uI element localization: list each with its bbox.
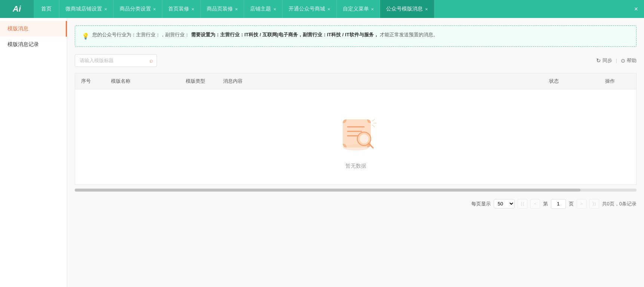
main-layout: 模版消息模版消息记录 💡 您的公众号行业为：主营行业：，副营行业： 需要设置为：… (0, 18, 644, 287)
horizontal-scrollbar[interactable] (75, 189, 637, 192)
nav-tab-tab-gzhs[interactable]: 开通公众号商城× (283, 0, 337, 18)
svg-line-9 (372, 125, 375, 127)
search-actions: ↻ 同步 | ⊙ 帮助 (596, 57, 637, 64)
help-button[interactable]: ⊙ 帮助 (621, 57, 637, 64)
nav-tab-tab-wcs[interactable]: 微商城店铺设置× (59, 0, 114, 18)
close-tab-tab-pfl[interactable]: × (153, 7, 156, 12)
global-close-button[interactable]: × (634, 5, 638, 13)
empty-text: 暂无数据 (345, 163, 366, 170)
page-size-select[interactable]: 50 20 100 (494, 199, 515, 208)
col-header-no: 序号 (75, 73, 105, 89)
page-prefix-label: 第 (543, 201, 548, 207)
nav-tab-tab-gzhmbxx[interactable]: 公众号模版消息× (380, 0, 434, 18)
nav-tabs-container: 微商城店铺设置×商品分类设置×首页装修×商品页装修×店铺主题×开通公众号商城×自… (59, 0, 434, 18)
close-tab-tab-zdycd[interactable]: × (371, 7, 374, 12)
scrollbar-thumb[interactable] (75, 189, 580, 192)
nav-tab-tab-dpt[interactable]: 店铺主题× (244, 0, 283, 18)
pagination: 每页显示 50 20 100 ⟨⟨ ＜ 第 页 ＞ ⟩⟩ 共0页，0条记录 (75, 195, 637, 213)
close-tab-tab-gzhs[interactable]: × (327, 7, 330, 12)
close-tab-tab-dpt[interactable]: × (273, 7, 276, 12)
sidebar: 模版消息模版消息记录 (0, 18, 67, 287)
page-next-button[interactable]: ＞ (577, 199, 586, 209)
notice-box: 💡 您的公众号行业为：主营行业：，副营行业： 需要设置为：主营行业：IT科技 /… (75, 25, 637, 47)
notice-text: 您的公众号行业为：主营行业：，副营行业： 需要设置为：主营行业：IT科技 / 互… (92, 31, 438, 39)
page-size-label: 每页显示 (471, 201, 491, 207)
nav-tab-tab-szx[interactable]: 首页装修× (162, 0, 201, 18)
col-header-content: 消息内容 (217, 73, 543, 89)
sidebar-items: 模版消息模版消息记录 (0, 21, 67, 52)
page-suffix-label: 页 (569, 201, 574, 207)
search-input-wrap: ⌕ (75, 54, 157, 67)
home-tab[interactable]: 首页 (34, 0, 59, 18)
col-header-type: 模版类型 (180, 73, 217, 89)
empty-illustration (333, 112, 378, 157)
col-header-action: 操作 (599, 73, 637, 89)
search-icon[interactable]: ⌕ (150, 57, 153, 64)
empty-state: 暂无数据 (75, 89, 636, 184)
svg-line-7 (372, 119, 375, 121)
sidebar-item-mbxxjl[interactable]: 模版消息记录 (0, 37, 67, 52)
sync-button[interactable]: ↻ 同步 (596, 57, 612, 64)
nav-tabs: 首页 微商城店铺设置×商品分类设置×首页装修×商品页装修×店铺主题×开通公众号商… (34, 0, 634, 18)
content-area: 💡 您的公众号行业为：主营行业：，副营行业： 需要设置为：主营行业：IT科技 /… (67, 18, 644, 287)
notice-icon: 💡 (82, 31, 89, 41)
divider: | (616, 58, 617, 63)
table-header: 序号 模版名称 模版类型 消息内容 状态 操作 (75, 73, 637, 89)
sync-icon: ↻ (596, 57, 601, 64)
col-header-status: 状态 (543, 73, 599, 89)
close-tab-tab-szx[interactable]: × (191, 7, 194, 12)
nav-tab-tab-spzx[interactable]: 商品页装修× (201, 0, 244, 18)
close-tab-tab-wcs[interactable]: × (104, 7, 107, 12)
table-scroll-container: 序号 模版名称 模版类型 消息内容 状态 操作 (75, 73, 637, 185)
nav-tab-tab-zdycd[interactable]: 自定义菜单× (337, 0, 380, 18)
search-bar: ⌕ ↻ 同步 | ⊙ 帮助 (75, 54, 637, 67)
close-tab-tab-spzx[interactable]: × (235, 7, 238, 12)
sidebar-item-mbxx[interactable]: 模版消息 (0, 21, 67, 37)
svg-point-5 (360, 134, 369, 143)
total-label: 共0页，0条记录 (602, 201, 637, 207)
page-prev-button[interactable]: ＜ (530, 199, 540, 209)
data-table: 序号 模版名称 模版类型 消息内容 状态 操作 (75, 73, 637, 185)
page-first-button[interactable]: ⟨⟨ (518, 199, 527, 209)
close-tab-tab-gzhmbxx[interactable]: × (425, 7, 428, 12)
nav-tab-tab-pfl[interactable]: 商品分类设置× (114, 0, 163, 18)
page-last-button[interactable]: ⟩⟩ (589, 199, 599, 209)
help-icon: ⊙ (621, 58, 625, 64)
logo: Ai (0, 0, 34, 18)
col-header-name: 模版名称 (105, 73, 180, 89)
top-nav-bar: Ai 首页 微商城店铺设置×商品分类设置×首页装修×商品页装修×店铺主题×开通公… (0, 0, 644, 18)
search-input[interactable] (75, 54, 157, 67)
table-body: 暂无数据 (75, 89, 637, 184)
page-number-input[interactable] (551, 199, 566, 209)
